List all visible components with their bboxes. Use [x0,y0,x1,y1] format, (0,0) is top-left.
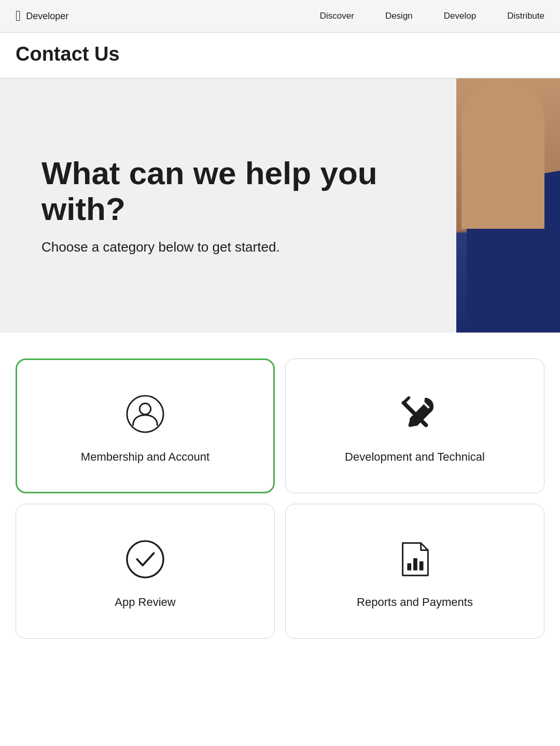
nav-item-discover[interactable]: Discover [320,11,354,21]
app-review-label: App Review [115,596,175,609]
nav-link-discover[interactable]: Discover [320,11,354,21]
membership-icon-container [124,393,166,435]
hero-subheading: Choose a category below to get started. [41,239,353,255]
development-label: Development and Technical [345,450,485,464]
category-card-development[interactable]: Development and Technical [285,358,544,493]
category-card-app-review[interactable]: App Review [16,504,275,639]
nav-item-distribute[interactable]: Distribute [507,11,544,21]
categories-grid: Membership and Account Development and T… [16,358,544,639]
person-circle-icon [125,394,165,434]
reports-icon-container [394,538,436,580]
chart-document-icon [395,539,435,579]
svg-rect-6 [407,563,411,571]
reports-label: Reports and Payments [357,596,473,609]
category-card-reports[interactable]: Reports and Payments [285,504,544,639]
checkmark-circle-icon [125,539,165,579]
svg-point-1 [139,404,150,415]
page-title-bar: Contact Us [0,33,560,78]
hero-person-shape [456,78,560,333]
hero-person-image [456,78,560,333]
categories-section: Membership and Account Development and T… [0,333,560,670]
svg-rect-8 [419,561,424,571]
nav-item-design[interactable]: Design [385,11,413,21]
nav-links: Discover Design Develop Distribute [320,11,544,21]
development-icon-container [394,393,436,435]
category-card-membership[interactable]: Membership and Account [16,358,275,493]
nav-logo-text: Developer [26,11,68,22]
main-nav:  Developer Discover Design Develop Dist… [0,0,560,33]
svg-line-4 [404,398,409,403]
membership-label: Membership and Account [81,450,209,464]
nav-link-develop[interactable]: Develop [444,11,476,21]
nav-item-develop[interactable]: Develop [444,11,476,21]
app-review-icon-container [124,538,166,580]
tools-icon [395,394,435,434]
hero-heading: What can we help you with? [41,156,394,226]
svg-point-5 [127,541,163,577]
page-title: Contact Us [16,43,544,65]
nav-link-design[interactable]: Design [385,11,413,21]
nav-link-distribute[interactable]: Distribute [507,11,544,21]
hero-content: What can we help you with? Choose a cate… [41,156,394,255]
nav-logo[interactable]:  Developer [16,9,68,23]
svg-rect-7 [413,558,417,570]
apple-logo-icon:  [16,9,21,23]
hero-section: What can we help you with? Choose a cate… [0,78,560,333]
